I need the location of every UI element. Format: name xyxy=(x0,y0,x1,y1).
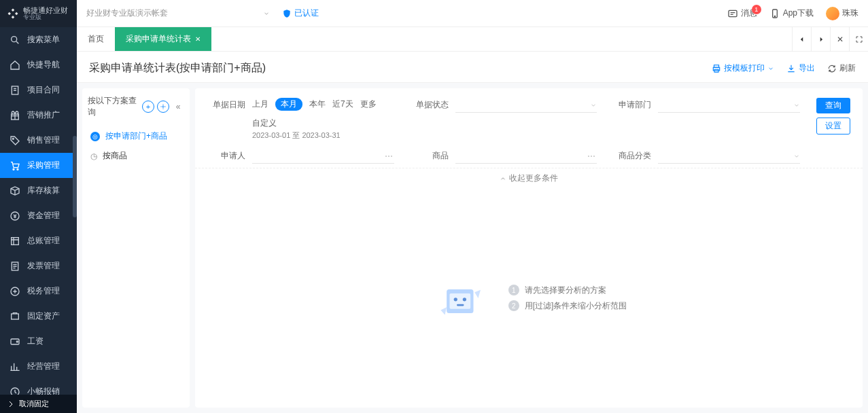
filter-panel: 单据日期 上月 本月 本年 近7天 更多 自定义 2023-03-01 至 20… xyxy=(195,88,863,408)
query-button[interactable]: 查询 xyxy=(816,98,850,113)
sidebar-item-search[interactable]: 搜索菜单 xyxy=(0,27,77,52)
page-title: 采购申请单统计表(按申请部门+商品) xyxy=(89,61,266,75)
svg-rect-27 xyxy=(457,304,464,306)
add-scheme-button[interactable]: + xyxy=(142,101,154,113)
svg-point-12 xyxy=(16,341,18,342)
sidebar-item-quicknav[interactable]: 快捷导航 xyxy=(0,52,77,77)
topbar: 好业财专业版演示帐套 已认证 消息 1 App下载 珠珠 xyxy=(77,0,868,27)
expense-icon xyxy=(10,387,20,395)
collapse-panel-button[interactable]: « xyxy=(172,101,184,113)
refresh-button[interactable]: 刷新 xyxy=(827,62,856,74)
tab-current[interactable]: 采购申请单统计表 ✕ xyxy=(115,27,211,51)
gear-icon xyxy=(160,103,167,110)
search-icon xyxy=(10,35,20,46)
filter-goods: 商品 ⋯ xyxy=(411,149,597,164)
dept-select[interactable] xyxy=(658,98,800,113)
svg-point-22 xyxy=(162,106,164,108)
export-button[interactable]: 导出 xyxy=(786,62,815,74)
sidebar-item-operation[interactable]: 经营管理 xyxy=(0,354,77,379)
chevron-down-icon xyxy=(793,153,800,160)
filter-date: 单据日期 上月 本月 本年 近7天 更多 自定义 2023-03-01 至 20… xyxy=(207,98,394,141)
box-icon xyxy=(10,185,20,196)
chevron-up-icon xyxy=(500,175,506,182)
chevron-down-icon xyxy=(793,102,800,109)
date-opt-selected[interactable]: 本月 xyxy=(275,98,302,111)
unpin-button[interactable]: 取消固定 xyxy=(0,395,77,413)
config-scheme-button[interactable] xyxy=(157,101,169,113)
asset-icon xyxy=(10,311,20,322)
svg-rect-16 xyxy=(729,10,737,16)
svg-point-3 xyxy=(12,138,14,139)
brand-icon xyxy=(7,7,19,20)
home-icon xyxy=(10,60,20,71)
print-icon xyxy=(712,64,721,73)
sidebar-item-project[interactable]: 项目合同 xyxy=(0,77,77,103)
brand-edition: 专业版 xyxy=(23,14,68,21)
status-select[interactable] xyxy=(455,98,597,113)
scheme-item[interactable]: ◎ 按申请部门+商品 xyxy=(88,126,184,146)
svg-point-5 xyxy=(17,168,18,170)
verified-badge: 已认证 xyxy=(282,7,319,19)
date-opt[interactable]: 本年 xyxy=(309,98,326,110)
close-icon[interactable]: ✕ xyxy=(195,35,201,43)
date-opt[interactable]: 更多 xyxy=(360,98,377,110)
brand-logo: 畅捷通好业财 专业版 xyxy=(0,0,77,27)
sidebar-item-ledger[interactable]: 总账管理 xyxy=(0,228,77,253)
main: 好业财专业版演示帐套 已认证 消息 1 App下载 珠珠 xyxy=(77,0,868,413)
settings-button[interactable]: 设置 xyxy=(816,118,850,134)
org-selector[interactable]: 好业财专业版演示帐套 xyxy=(86,7,270,19)
date-opt[interactable]: 上月 xyxy=(252,98,268,110)
category-select[interactable] xyxy=(658,149,800,164)
message-icon xyxy=(727,8,738,19)
goods-select[interactable]: ⋯ xyxy=(455,149,597,164)
invoice-icon xyxy=(10,261,20,272)
expand-icon xyxy=(855,35,863,43)
sidebar-item-finance[interactable]: 资金管理 xyxy=(0,203,77,228)
sidebar-item-inventory[interactable]: 库存核算 xyxy=(0,178,77,203)
tab-next[interactable] xyxy=(811,27,830,51)
sidebar-item-salary[interactable]: 工资 xyxy=(0,329,77,354)
print-button[interactable]: 按模板打印 xyxy=(712,62,774,74)
sidebar-item-purchase[interactable]: 采购管理 xyxy=(0,153,77,178)
empty-step: 1请先选择要分析的方案 xyxy=(508,285,627,296)
more-icon: ⋯ xyxy=(385,151,394,161)
tab-prev[interactable] xyxy=(792,27,811,51)
sidebar-item-assets[interactable]: 固定资产 xyxy=(0,304,77,329)
tab-close-all[interactable]: ✕ xyxy=(830,27,849,51)
phone-icon xyxy=(769,8,780,19)
svg-point-26 xyxy=(462,298,466,301)
message-badge: 1 xyxy=(752,5,761,14)
gift-icon xyxy=(10,110,20,121)
collapse-filters[interactable]: 收起更多条件 xyxy=(195,168,863,188)
date-opt[interactable]: 近7天 xyxy=(332,98,353,110)
svg-point-4 xyxy=(13,168,14,170)
tab-bar: 首页 采购申请单统计表 ✕ ✕ xyxy=(77,27,868,52)
sidebar-item-invoice[interactable]: 发票管理 xyxy=(0,253,77,279)
sidebar-item-tax[interactable]: 税务管理 xyxy=(0,279,77,304)
download-link[interactable]: App下载 xyxy=(769,7,814,19)
user-menu[interactable]: 珠珠 xyxy=(826,7,858,20)
sidebar-item-marketing[interactable]: 营销推广 xyxy=(0,103,77,128)
cart-icon xyxy=(10,160,20,171)
doc-icon xyxy=(10,85,20,96)
svg-rect-24 xyxy=(449,293,470,309)
sidebar-scrollbar[interactable] xyxy=(73,136,77,217)
coin-icon xyxy=(10,211,20,221)
filter-dept: 申请部门 xyxy=(613,98,800,113)
fullscreen-button[interactable] xyxy=(849,27,868,51)
sidebar-item-expense[interactable]: 小畅报销 xyxy=(0,379,77,395)
messages-link[interactable]: 消息 1 xyxy=(727,7,757,19)
date-opt[interactable]: 自定义 xyxy=(252,118,277,129)
scheme-item[interactable]: ◷ 按商品 xyxy=(88,146,184,166)
tax-icon xyxy=(10,286,20,297)
filter-applicant: 申请人 ⋯ xyxy=(207,149,394,164)
sidebar-item-sales[interactable]: 销售管理 xyxy=(0,128,77,153)
sidebar-nav: 搜索菜单 快捷导航 项目合同 营销推广 销售管理 采购管理 库存核算 资金管理 … xyxy=(0,27,77,395)
date-range: 2023-03-01 至 2023-03-31 xyxy=(252,130,394,141)
clock-icon: ◷ xyxy=(90,151,97,161)
svg-point-0 xyxy=(12,36,17,41)
applicant-select[interactable]: ⋯ xyxy=(252,149,394,164)
tab-home[interactable]: 首页 xyxy=(77,27,115,51)
chevron-down-icon xyxy=(767,65,774,72)
page-header: 采购申请单统计表(按申请部门+商品) 按模板打印 导出 刷新 xyxy=(77,52,868,83)
